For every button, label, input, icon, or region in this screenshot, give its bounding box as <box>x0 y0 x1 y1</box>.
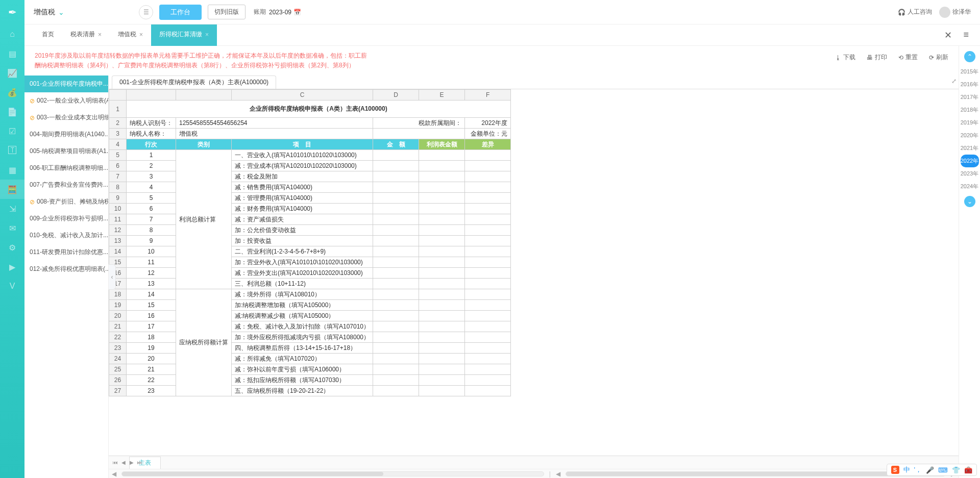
warning-icon: ⊘ <box>30 97 35 105</box>
form-list-item[interactable]: ⊘002-一般企业收入明细表(A1... <box>24 92 108 109</box>
user-menu[interactable]: 徐泽华 <box>939 7 971 18</box>
switch-old-button[interactable]: 切到旧版 <box>208 5 246 19</box>
nav-settings-icon[interactable]: ⚙ <box>0 238 24 257</box>
tab-close-icon[interactable]: × <box>205 31 209 38</box>
year-scroll-down[interactable]: ⌄ <box>964 196 975 207</box>
tab-close-icon[interactable]: × <box>139 31 143 38</box>
topbar: 增值税 ⌄ ☰ 工作台 切到旧版 账期 2023-09 📅 🎧 人工咨询 徐泽华 <box>24 0 980 24</box>
reset-button[interactable]: ⟲ 重置 <box>898 53 918 62</box>
nav-template-icon[interactable]: 🅃 <box>0 141 24 160</box>
tab-close-icon[interactable]: × <box>98 31 102 38</box>
nav-inbox-icon[interactable]: ✉ <box>0 218 24 238</box>
nav-v-icon[interactable]: V <box>0 276 24 296</box>
form-list-item[interactable]: 011-研发费用加计扣除优惠... <box>24 244 108 261</box>
year-pill[interactable]: 2024年 <box>961 180 979 193</box>
form-list-item[interactable]: 001-企业所得税年度纳税申... <box>24 76 108 92</box>
year-rail: ⌃ 2015年2016年2017年2018年2019年2020年2021年202… <box>959 46 980 478</box>
calendar-icon[interactable]: 📅 <box>293 9 301 16</box>
ime-toolbar[interactable]: S 中 '， 🎤 ⌨ 👕 🧰 <box>887 464 977 476</box>
form-list-panel: 001-企业所得税年度纳税申...⊘002-一般企业收入明细表(A1...⊘00… <box>24 76 109 478</box>
page-tabs: 首页税表清册×增值税×所得税汇算清缴× ✕ ≡ <box>24 24 980 46</box>
ime-punct-icon[interactable]: '， <box>914 465 922 474</box>
sheet-nav-first[interactable]: ⏮ <box>112 459 119 467</box>
scroll-left2-icon[interactable]: ◀ <box>556 470 560 477</box>
spreadsheet-grid[interactable]: CDEF1企业所得税年度纳税申报表（A类）主表(A100000)2纳税人识别号：… <box>109 89 959 456</box>
nav-doc-icon[interactable]: 📄 <box>0 102 24 121</box>
tabs-menu-icon[interactable]: ≡ <box>961 30 971 40</box>
refresh-button[interactable]: ⟳ 刷新 <box>929 53 948 62</box>
warning-notice: 2019年度涉及取以前年度结转数据的申报表单元格需要手工维护正确，才能保证本年及… <box>35 51 372 70</box>
chevron-down-icon: ⌄ <box>58 8 64 16</box>
year-pill[interactable]: 2023年 <box>961 167 979 180</box>
sheet-bottom-tabs: ⏮ ◀ ▶ ⏭ 主表 <box>109 456 959 469</box>
year-scroll-up[interactable]: ⌃ <box>964 51 975 62</box>
form-list-item[interactable]: 012-减免所得税优惠明细表(... <box>24 261 108 278</box>
year-pill[interactable]: 2015年 <box>961 65 979 78</box>
year-pill[interactable]: 2019年 <box>961 116 979 129</box>
left-nav-rail: ✒ ⌂ ▤ 📈 💰 📄 ☑ 🅃 ▦ 🧮 ⇲ ✉ ⚙ ▶ V <box>0 0 24 478</box>
period-value: 2023-09 <box>269 9 291 16</box>
form-list-item[interactable]: ⊘008-资产折旧、摊销及纳税... <box>24 193 108 210</box>
warning-icon: ⊘ <box>30 114 35 121</box>
app-logo: ✒ <box>0 0 24 24</box>
form-list-item[interactable]: 006-职工薪酬纳税调整明细... <box>24 160 108 177</box>
year-pill[interactable]: 2016年 <box>961 78 979 91</box>
workbench-button[interactable]: 工作台 <box>159 5 202 20</box>
nav-tax-icon[interactable]: 🧮 <box>0 180 24 199</box>
form-list-item[interactable]: 009-企业所得税弥补亏损明... <box>24 210 108 227</box>
nav-report-icon[interactable]: 📈 <box>0 63 24 83</box>
ime-mic-icon[interactable]: 🎤 <box>926 466 934 474</box>
nav-archive-icon[interactable]: ▦ <box>0 160 24 180</box>
expand-sheet-icon[interactable]: ⤢ <box>951 78 957 85</box>
year-pill[interactable]: 2018年 <box>961 104 979 116</box>
sheet-nav-prev[interactable]: ◀ <box>120 459 127 467</box>
year-pill[interactable]: 2020年 <box>961 129 979 142</box>
scroll-left-icon[interactable]: ◀ <box>112 470 116 477</box>
form-list-item[interactable]: 007-广告费和业务宣传费跨... <box>24 177 108 193</box>
nav-funds-icon[interactable]: 💰 <box>0 83 24 102</box>
collapse-panel-handle[interactable]: ‹ <box>109 264 116 290</box>
nav-home-icon[interactable]: ⌂ <box>0 24 24 44</box>
page-tab[interactable]: 税表清册× <box>62 24 110 46</box>
sheet-nav-last[interactable]: ⏭ <box>136 459 143 467</box>
form-list-item[interactable]: 010-免税、减计收入及加计... <box>24 227 108 244</box>
list-toggle-button[interactable]: ☰ <box>139 5 153 19</box>
avatar-icon <box>939 7 950 18</box>
form-list-item[interactable]: 005-纳税调整项目明细表(A1... <box>24 143 108 160</box>
form-list-item[interactable]: ⊘003-一般企业成本支出明细... <box>24 109 108 126</box>
sheet-nav-next[interactable]: ▶ <box>128 459 135 467</box>
year-pill[interactable]: 2017年 <box>961 91 979 104</box>
nav-export-icon[interactable]: ⇲ <box>0 199 24 218</box>
download-button[interactable]: ⭳ 下载 <box>835 53 855 62</box>
nav-video-icon[interactable]: ▶ <box>0 257 24 276</box>
ime-toolbox-icon[interactable]: 🧰 <box>964 466 972 474</box>
page-tab[interactable]: 增值税× <box>110 24 151 46</box>
close-all-tabs-icon[interactable]: ✕ <box>942 30 954 41</box>
nav-ledger-icon[interactable]: ▤ <box>0 44 24 63</box>
consult-link[interactable]: 🎧 人工咨询 <box>898 8 932 16</box>
warning-icon: ⊘ <box>30 198 35 206</box>
page-tab[interactable]: 所得税汇算清缴× <box>151 24 217 46</box>
page-tab[interactable]: 首页 <box>34 24 62 46</box>
ime-logo-icon: S <box>891 466 899 474</box>
year-pill[interactable]: 2022年 <box>961 155 979 167</box>
print-button[interactable]: 🖶 打印 <box>867 53 887 62</box>
year-pill[interactable]: 2021年 <box>961 142 979 155</box>
ime-keyboard-icon[interactable]: ⌨ <box>938 466 948 474</box>
nav-check-icon[interactable]: ☑ <box>0 121 24 141</box>
sheet-document-tab[interactable]: 001-企业所得税年度纳税申报表（A类）主表(A100000) <box>112 76 276 89</box>
company-name: 增值税 <box>34 8 55 17</box>
period-label: 账期 <box>254 8 266 16</box>
ime-lang[interactable]: 中 <box>903 465 910 474</box>
ime-skin-icon[interactable]: 👕 <box>952 466 960 474</box>
horizontal-scrollbar[interactable]: ◀ | ◀ ▶ <box>109 469 959 478</box>
company-selector[interactable]: 增值税 ⌄ <box>34 8 136 17</box>
form-list-item[interactable]: 004-期间费用明细表(A1040... <box>24 126 108 143</box>
